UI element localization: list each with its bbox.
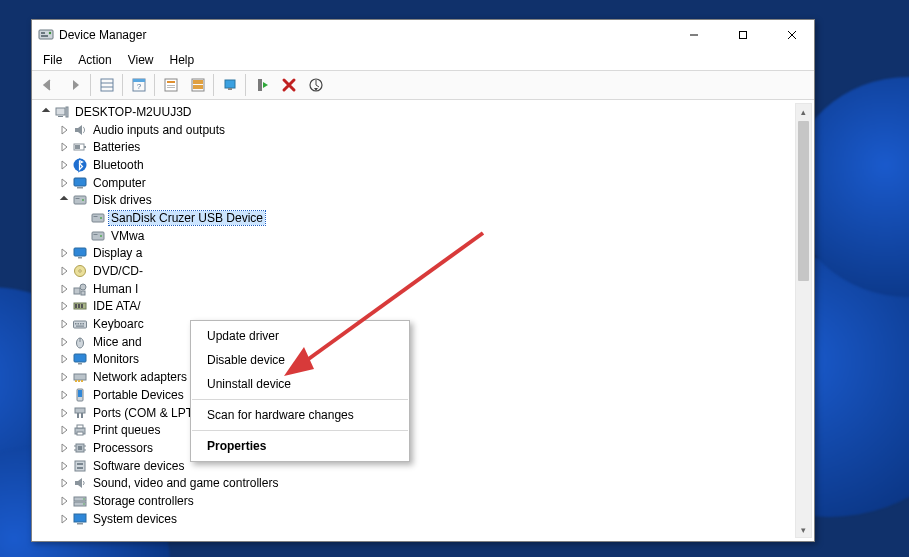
device-tree[interactable]: DESKTOP-M2UUJ3DAudio inputs and outputsB…: [35, 103, 796, 538]
tree-node[interactable]: IDE ATA/: [35, 298, 796, 316]
tree-node[interactable]: Mice and: [35, 333, 796, 351]
expand-toggle-icon[interactable]: [57, 443, 71, 453]
tree-node[interactable]: Storage controllers: [35, 492, 796, 510]
expand-toggle-icon[interactable]: [57, 372, 71, 382]
tree-node[interactable]: SanDisk Cruzer USB Device: [35, 209, 796, 227]
scroll-down-button[interactable]: ▾: [796, 522, 811, 537]
ctx-disable-device[interactable]: Disable device: [191, 348, 409, 372]
tree-node[interactable]: System devices: [35, 510, 796, 528]
menu-help[interactable]: Help: [163, 51, 202, 69]
svg-rect-32: [74, 178, 86, 186]
expand-toggle-icon[interactable]: [57, 425, 71, 435]
menu-action[interactable]: Action: [71, 51, 118, 69]
svg-rect-1: [41, 32, 45, 34]
ctx-properties[interactable]: Properties: [191, 434, 409, 458]
toolbar-help-button[interactable]: ?: [126, 73, 151, 98]
svg-rect-39: [93, 216, 97, 217]
tree-node[interactable]: Keyboarc: [35, 315, 796, 333]
toolbar-update-driver-button[interactable]: [217, 73, 242, 98]
expand-toggle-icon[interactable]: [57, 514, 71, 524]
expand-toggle-icon[interactable]: [57, 125, 71, 135]
vertical-scrollbar[interactable]: ▴ ▾: [795, 103, 812, 538]
tree-node[interactable]: Network adapters: [35, 368, 796, 386]
disk-icon: [71, 192, 88, 208]
tree-node-label: Monitors: [91, 352, 141, 366]
tree-node[interactable]: Audio inputs and outputs: [35, 121, 796, 139]
tree-node[interactable]: Processors: [35, 439, 796, 457]
expand-toggle-icon[interactable]: [57, 337, 71, 347]
expand-toggle-icon[interactable]: [57, 319, 71, 329]
svg-rect-77: [78, 446, 82, 450]
client-area: DESKTOP-M2UUJ3DAudio inputs and outputsB…: [32, 100, 814, 541]
tree-node[interactable]: Human I: [35, 280, 796, 298]
tree-node[interactable]: Batteries: [35, 138, 796, 156]
titlebar[interactable]: Device Manager: [32, 20, 814, 50]
close-button[interactable]: [770, 20, 814, 50]
svg-rect-33: [77, 187, 83, 189]
expand-toggle-icon[interactable]: [57, 354, 71, 364]
storage-icon: [71, 493, 88, 509]
expand-toggle-icon[interactable]: [57, 496, 71, 506]
toolbar-device-properties-button[interactable]: [185, 73, 210, 98]
expand-toggle-icon[interactable]: [57, 478, 71, 488]
tree-node-label: VMwa: [109, 229, 146, 243]
svg-rect-82: [75, 461, 85, 471]
tree-node-label: Ports (COM & LPT): [91, 406, 199, 420]
toolbar-scan-hardware-button[interactable]: [303, 73, 328, 98]
maximize-button[interactable]: [721, 20, 765, 50]
minimize-button[interactable]: [672, 20, 716, 50]
svg-rect-25: [56, 108, 65, 115]
tree-node[interactable]: Bluetooth: [35, 156, 796, 174]
svg-rect-90: [77, 523, 83, 525]
tree-node[interactable]: DESKTOP-M2UUJ3D: [35, 103, 796, 121]
tree-node-label: DVD/CD-: [91, 264, 145, 278]
tree-node-label: System devices: [91, 512, 179, 526]
tree-node[interactable]: Monitors: [35, 351, 796, 369]
ctx-update-driver[interactable]: Update driver: [191, 324, 409, 348]
tree-node[interactable]: Display a: [35, 245, 796, 263]
expand-toggle-icon[interactable]: [57, 142, 71, 152]
menu-view[interactable]: View: [121, 51, 161, 69]
toolbar-enable-device-button[interactable]: [249, 73, 274, 98]
expand-toggle-icon[interactable]: [57, 461, 71, 471]
expand-toggle-icon[interactable]: [57, 178, 71, 188]
toolbar-showhide-button[interactable]: [94, 73, 119, 98]
toolbar-separator: [245, 74, 246, 96]
tree-node-label: Keyboarc: [91, 317, 146, 331]
expand-toggle-icon[interactable]: [57, 195, 71, 205]
expand-toggle-icon[interactable]: [57, 266, 71, 276]
svg-rect-17: [167, 87, 175, 88]
scroll-thumb[interactable]: [798, 121, 809, 281]
expand-toggle-icon[interactable]: [57, 301, 71, 311]
monitor-icon: [71, 351, 88, 367]
expand-toggle-icon[interactable]: [57, 248, 71, 258]
tree-node[interactable]: Print queues: [35, 421, 796, 439]
tree-node[interactable]: Sound, video and game controllers: [35, 474, 796, 492]
expand-toggle-icon[interactable]: [57, 408, 71, 418]
tree-node[interactable]: VMwa: [35, 227, 796, 245]
tree-node-label: IDE ATA/: [91, 299, 143, 313]
expand-toggle-icon[interactable]: [57, 390, 71, 400]
toolbar-back-button[interactable]: [35, 73, 60, 98]
toolbar-forward-button[interactable]: [62, 73, 87, 98]
tree-node[interactable]: Portable Devices: [35, 386, 796, 404]
dvd-icon: [71, 263, 88, 279]
cpu-icon: [71, 440, 88, 456]
ctx-uninstall-device[interactable]: Uninstall device: [191, 372, 409, 396]
toolbar-properties-button[interactable]: [158, 73, 183, 98]
scroll-up-button[interactable]: ▴: [796, 104, 811, 119]
toolbar-uninstall-button[interactable]: [276, 73, 301, 98]
display-icon: [71, 245, 88, 261]
menu-file[interactable]: File: [36, 51, 69, 69]
expand-toggle-icon[interactable]: [39, 107, 53, 117]
tree-node[interactable]: Disk drives: [35, 191, 796, 209]
expand-toggle-icon[interactable]: [57, 160, 71, 170]
tree-node[interactable]: DVD/CD-: [35, 262, 796, 280]
ctx-scan-hardware[interactable]: Scan for hardware changes: [191, 403, 409, 427]
svg-rect-34: [74, 196, 86, 204]
svg-rect-56: [77, 323, 79, 325]
tree-node[interactable]: Ports (COM & LPT): [35, 404, 796, 422]
expand-toggle-icon[interactable]: [57, 284, 71, 294]
tree-node[interactable]: Computer: [35, 174, 796, 192]
tree-node[interactable]: Software devices: [35, 457, 796, 475]
